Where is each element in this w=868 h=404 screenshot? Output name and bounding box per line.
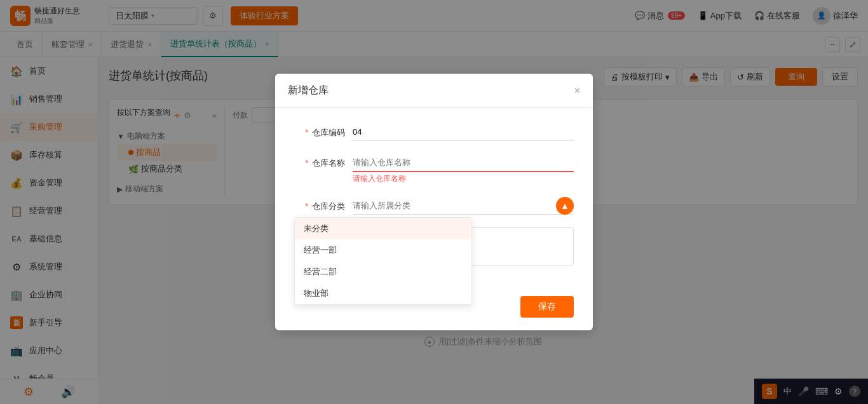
- form-row-category: * 仓库分类 ▲ 未分类 经营一部 经营二部 物业部: [294, 197, 574, 215]
- dropdown-item-property[interactable]: 物业部: [295, 283, 471, 304]
- modal-overlay: 新增仓库 × * 仓库编码 * 仓库名称 请输入仓库名称: [0, 0, 868, 404]
- save-button[interactable]: 保存: [520, 296, 574, 318]
- category-input[interactable]: [353, 197, 574, 215]
- warehouse-name-input[interactable]: [353, 154, 574, 172]
- name-error-message: 请输入仓库名称: [353, 173, 574, 184]
- dropdown-item-ops2[interactable]: 经营二部: [295, 261, 471, 283]
- modal-header: 新增仓库 ×: [275, 74, 593, 108]
- warehouse-code-input[interactable]: [353, 123, 574, 141]
- category-dropdown: 未分类 经营一部 经营二部 物业部: [294, 217, 472, 305]
- dropdown-item-unclassified[interactable]: 未分类: [295, 218, 471, 239]
- form-row-name: * 仓库名称 请输入仓库名称: [294, 154, 574, 184]
- code-label: * 仓库编码: [294, 123, 345, 138]
- form-row-code: * 仓库编码: [294, 123, 574, 141]
- modal-body: * 仓库编码 * 仓库名称 请输入仓库名称 *: [275, 108, 593, 288]
- name-input-wrapper: 请输入仓库名称: [353, 154, 574, 184]
- required-marker-code: *: [305, 128, 308, 137]
- add-warehouse-modal: 新增仓库 × * 仓库编码 * 仓库名称 请输入仓库名称: [275, 74, 593, 330]
- required-marker-category: *: [305, 201, 308, 211]
- modal-title: 新增仓库: [288, 84, 329, 97]
- required-marker-name: *: [305, 158, 308, 168]
- name-label: * 仓库名称: [294, 154, 345, 169]
- modal-close-button[interactable]: ×: [574, 85, 580, 97]
- category-label: * 仓库分类: [294, 197, 345, 212]
- category-field-wrapper: ▲ 未分类 经营一部 经营二部 物业部: [353, 197, 574, 215]
- category-toggle-button[interactable]: ▲: [556, 197, 574, 215]
- dropdown-item-ops1[interactable]: 经营一部: [295, 239, 471, 261]
